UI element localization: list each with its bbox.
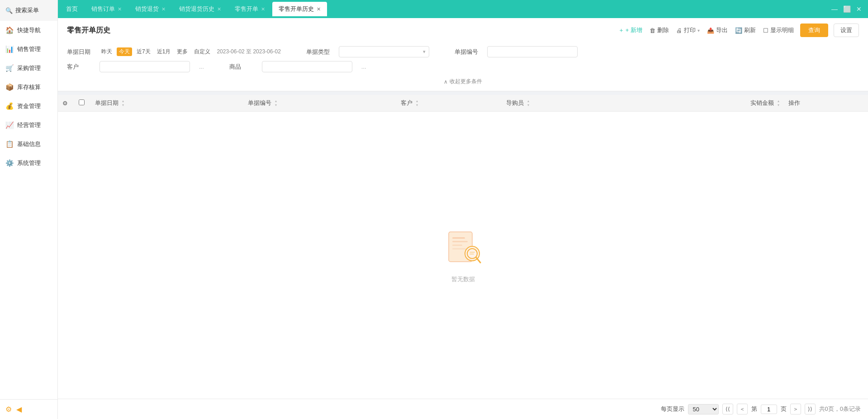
sort-customer-icon[interactable]: ▴▾ [416,99,418,107]
number-input[interactable] [487,46,578,57]
date-btn-today[interactable]: 今天 [117,47,132,56]
query-label: 查询 [808,27,820,33]
export-button[interactable]: 📤 导出 [706,24,729,36]
sidebar-item-label: 系统管理 [17,159,41,167]
sidebar-item-finance[interactable]: 💰 资金管理 [0,97,57,116]
tab-close-icon[interactable]: ✕ [118,6,122,12]
table-header-row: ⚙ 单据日期 ▴▾ 单据编号 ▴▾ [58,95,868,112]
tab-retail-open-history[interactable]: 零售开单历史 ✕ [272,2,327,16]
collapse-filter-button[interactable]: ∧ 收起更多条件 [67,76,859,88]
col-settings: ⚙ [58,95,74,112]
goods-input[interactable] [262,61,352,72]
page-unit: 页 [781,405,787,413]
sidebar-item-label: 资金管理 [17,102,41,110]
page-total: 共0页，0条记录 [819,405,861,413]
display-detail-button[interactable]: ☐ 显示明细 [762,24,795,36]
customer-input[interactable] [100,61,190,72]
type-select[interactable] [339,46,429,57]
add-icon: ＋ [618,26,624,34]
page-title: 零售开单历史 [67,26,110,35]
page-size-label: 每页显示 [661,405,684,413]
home-icon: 🏠 [5,26,14,34]
page-word: 第 [751,405,757,413]
settings-button[interactable]: 设置 [834,24,859,37]
export-icon: 📤 [707,27,714,34]
tab-sales-return-history[interactable]: 销货退货历史 ✕ [173,2,228,16]
tab-label: 零售开单历史 [279,5,314,13]
tab-close-icon[interactable]: ✕ [217,6,221,12]
page-size-select[interactable]: 50 10 20 100 [688,404,719,414]
customer-more-icon[interactable]: ... [199,63,204,70]
date-btn-7days[interactable]: 近7天 [135,47,152,56]
svg-rect-2 [452,241,468,242]
settings-bottom-icon[interactable]: ⚙ [5,405,12,414]
tab-retail-open[interactable]: 零售开单 ✕ [228,2,271,16]
date-btn-custom[interactable]: 自定义 [192,47,212,56]
tab-sales-return[interactable]: 销货退货 ✕ [129,2,172,16]
collapse-sidebar-icon[interactable]: ◀ [16,405,22,414]
tab-close-icon[interactable]: ✕ [261,6,265,12]
restore-icon[interactable]: ⬜ [843,5,851,13]
query-button[interactable]: 查询 [800,24,828,37]
goods-more-icon[interactable]: ... [361,63,366,70]
next-page-button[interactable]: ＞ [790,404,801,414]
sidebar-item-quick-nav[interactable]: 🏠 快捷导航 [0,21,57,40]
info-icon: 📋 [5,140,14,148]
filter-area: 单据日期 昨天 今天 近7天 近1月 更多 自定义 2023-06-02 至 2… [67,42,859,91]
refresh-button[interactable]: 🔄 刷新 [734,24,757,36]
close-window-icon[interactable]: ✕ [856,5,862,13]
select-all-checkbox[interactable] [79,99,85,105]
cart-icon: 🛒 [5,64,14,72]
minimize-icon[interactable]: — [831,5,838,13]
sidebar-item-base-info[interactable]: 📋 基础信息 [0,135,57,154]
date-btn-more[interactable]: 更多 [175,47,190,56]
sidebar: 🔍 搜索采单 🏠 快捷导航 📊 销售管理 🛒 采购管理 📦 库存核算 💰 资金管… [0,0,58,419]
sort-date-icon[interactable]: ▴▾ [122,99,124,107]
sort-guide-icon[interactable]: ▴▾ [527,99,529,107]
tabs-right-controls: — ⬜ ✕ [831,5,866,13]
goods-filter-label: 商品 [229,63,255,71]
filter-row-1: 单据日期 昨天 今天 近7天 近1月 更多 自定义 2023-06-02 至 2… [67,46,859,57]
sidebar-bottom: ⚙ ◀ [0,399,57,419]
money-icon: 💰 [5,102,14,110]
last-page-button[interactable]: ⟩⟩ [805,404,816,414]
operations-icon: 📈 [5,121,14,129]
sort-amount-icon[interactable]: ▴▾ [778,99,779,107]
print-button[interactable]: 🖨 打印 ▾ [675,24,701,36]
tab-home[interactable]: 首页 [60,2,84,16]
date-btn-1month[interactable]: 近1月 [155,47,173,56]
col-guide-label: 导购员 [506,99,524,106]
col-guide: 导购员 ▴▾ [502,95,631,112]
tabs-bar: 首页 销售订单 ✕ 销货退货 ✕ 销货退货历史 ✕ 零售开单 ✕ 零售开单历史 … [58,0,868,18]
sort-number-icon[interactable]: ▴▾ [275,99,277,107]
tab-sales-order[interactable]: 销售订单 ✕ [85,2,128,16]
col-date-label: 单据日期 [95,99,119,106]
tab-close-icon[interactable]: ✕ [161,6,166,12]
add-button[interactable]: ＋ + 新增 [617,24,643,36]
refresh-icon: 🔄 [735,27,742,34]
delete-button[interactable]: 🗑 删除 [649,24,670,36]
print-icon: 🖨 [676,27,682,34]
sidebar-item-sales-mgmt[interactable]: 📊 销售管理 [0,40,57,59]
sidebar-search[interactable]: 🔍 搜索采单 [0,0,57,21]
page-number-input[interactable]: 1 [761,405,777,414]
svg-rect-1 [452,237,465,239]
col-number-label: 单据编号 [248,99,271,106]
sidebar-item-inventory[interactable]: 📦 库存核算 [0,78,57,97]
col-action-label: 操作 [788,99,800,106]
sidebar-item-purchase-mgmt[interactable]: 🛒 采购管理 [0,59,57,78]
prev-page-button[interactable]: ＜ [737,404,748,414]
data-table: ⚙ 单据日期 ▴▾ 单据编号 ▴▾ [58,95,868,112]
table-settings-icon[interactable]: ⚙ [62,100,68,107]
sidebar-item-label: 采购管理 [17,64,41,72]
first-page-button[interactable]: ⟨⟨ [722,404,733,414]
sidebar-item-system[interactable]: ⚙️ 系统管理 [0,154,57,173]
tab-close-icon[interactable]: ✕ [317,6,321,12]
search-icon: 🔍 [5,7,13,14]
gear-icon: ⚙️ [5,159,14,167]
date-btn-yesterday[interactable]: 昨天 [100,47,114,56]
col-action: 操作 [784,95,868,112]
sidebar-item-label: 库存核算 [17,83,41,91]
tab-label: 销货退货 [135,5,159,13]
sidebar-item-operations[interactable]: 📈 经营管理 [0,116,57,135]
